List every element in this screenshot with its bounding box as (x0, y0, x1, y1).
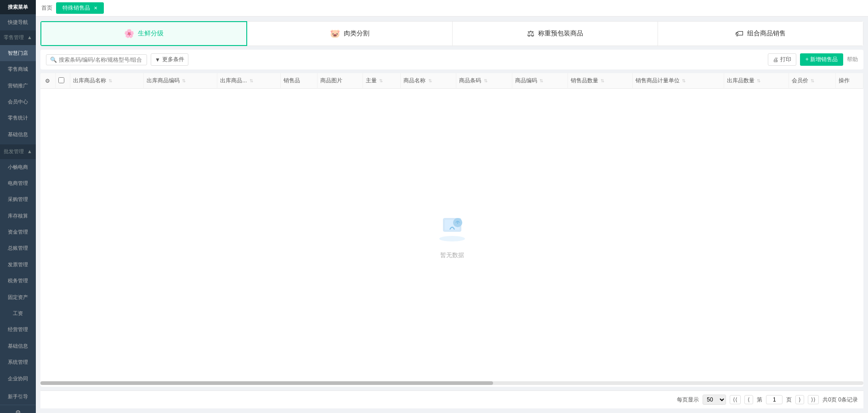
category-tabs: 🌸 生鲜分级 🐷 肉类分割 ⚖ 称重预包装商品 🏷 组合商品销售 (40, 21, 863, 46)
sort-icon: ⇅ (682, 78, 686, 83)
sort-icon: ⇅ (428, 78, 432, 83)
cat-tab-combo[interactable]: 🏷 组合商品销售 (658, 21, 863, 46)
page-label-before: 第 (757, 396, 762, 404)
sidebar-item-member[interactable]: 会员中心 (0, 94, 36, 110)
sort-icon: ⇅ (379, 78, 383, 83)
th-sale-qty[interactable]: 销售品数量 ⇅ (567, 73, 632, 89)
th-barcode[interactable]: 商品条码 ⇅ (456, 73, 512, 89)
toolbar-right: 🖨 打印 + 新增销售品 帮助 (768, 53, 858, 66)
next-page-button[interactable]: ⟩ (795, 395, 804, 404)
th-checkbox[interactable] (55, 73, 70, 89)
sidebar-item-wholesale[interactable]: 批发管理 ▲ (0, 144, 36, 159)
page-label-after: 页 (786, 396, 792, 404)
toolbar-left: 🔍 ▼ 更多条件 (46, 53, 188, 66)
toolbar: 🔍 ▼ 更多条件 🖨 打印 + 新增销售品 帮助 (40, 50, 863, 69)
sidebar-bottom: ⚙ (0, 405, 36, 413)
sidebar-item-smart-store[interactable]: 智慧门店 (0, 45, 36, 61)
sort-icon: ⇅ (182, 78, 186, 83)
sort-icon: ⇅ (484, 78, 488, 83)
cat-tab-fresh[interactable]: 🌸 生鲜分级 (40, 21, 247, 46)
home-link[interactable]: 首页 (41, 4, 52, 12)
sidebar-item-retail[interactable]: 零售管理 ▲ (0, 30, 36, 45)
sidebar: 搜索菜单 快捷导航 零售管理 ▲ 智慧门店 零售商城 营销推广 会员中心 零售统… (0, 0, 36, 413)
sidebar-item-salary[interactable]: 工资 (0, 305, 36, 321)
sort-icon: ⇅ (539, 78, 543, 83)
per-page-select[interactable]: 50 100 200 (703, 395, 726, 405)
th-out-product-name[interactable]: 出库商品名称 ⇅ (70, 73, 143, 89)
topbar: 首页 特殊销售品 ✕ (36, 0, 868, 17)
prev-page-button[interactable]: ⟨ (744, 395, 753, 404)
sidebar-item-inventory[interactable]: 库存核算 (0, 208, 36, 224)
add-button[interactable]: + 新增销售品 (800, 53, 843, 66)
sidebar-item-basic-info[interactable]: 基础信息 (0, 126, 36, 143)
last-page-button[interactable]: ⟩⟩ (808, 395, 819, 404)
search-input[interactable] (59, 57, 142, 63)
horizontal-scrollbar[interactable] (40, 381, 863, 385)
empty-icon (434, 209, 471, 246)
page-input[interactable]: 1 (766, 395, 783, 404)
th-out-qty[interactable]: 出库品数量 ⇅ (724, 73, 789, 89)
sort-icon: ⇅ (601, 78, 604, 83)
meat-icon: 🐷 (330, 29, 340, 39)
data-table: ⚙ 出库商品名称 ⇅ 出库商品编码 ⇅ 出库商品... ⇅ (40, 73, 863, 89)
filter-icon: ▼ (155, 57, 160, 63)
th-product-image[interactable]: 商品图片 (317, 73, 363, 89)
close-icon[interactable]: ✕ (94, 6, 97, 11)
sidebar-item-ecommerce-small[interactable]: 小畅电商 (0, 159, 36, 175)
th-member-price[interactable]: 会员价 ⇅ (789, 73, 835, 89)
print-icon: 🖨 (773, 57, 778, 63)
topbar-tab-special-sales[interactable]: 特殊销售品 ✕ (56, 2, 104, 14)
th-settings[interactable]: ⚙ (40, 73, 55, 89)
search-box[interactable]: 🔍 (46, 54, 147, 65)
gear-icon[interactable]: ⚙ (15, 409, 21, 413)
empty-text: 暂无数据 (440, 251, 464, 259)
sidebar-item-guide[interactable]: 新手引导 (0, 389, 36, 405)
cat-tab-weigh[interactable]: ⚖ 称重预包装商品 (453, 21, 658, 46)
sidebar-item-quicknav[interactable]: 快捷导航 (0, 14, 36, 30)
content-area: 🌸 生鲜分级 🐷 肉类分割 ⚖ 称重预包装商品 🏷 组合商品销售 🔍 (36, 17, 868, 413)
sidebar-item-finance[interactable]: 资金管理 (0, 224, 36, 240)
combo-icon: 🏷 (735, 29, 743, 39)
sidebar-item-tax[interactable]: 税务管理 (0, 273, 36, 289)
sidebar-item-basic-info2[interactable]: 基础信息 (0, 338, 36, 354)
main-area: 首页 特殊销售品 ✕ 🌸 生鲜分级 🐷 肉类分割 ⚖ 称重预包装商品 🏷 组合商… (36, 0, 868, 413)
total-label: 共0页 0条记录 (823, 396, 858, 404)
th-out-product-extra[interactable]: 出库商品... ⇅ (217, 73, 281, 89)
sidebar-item-collab[interactable]: 企业协同 (0, 371, 36, 387)
select-all-checkbox[interactable] (58, 77, 64, 83)
sidebar-logo[interactable]: 搜索菜单 (0, 0, 36, 14)
sort-icon: ⇅ (108, 78, 112, 83)
help-button[interactable]: 帮助 (847, 56, 858, 63)
sidebar-item-purchase[interactable]: 采购管理 (0, 191, 36, 207)
filter-button[interactable]: ▼ 更多条件 (151, 53, 188, 66)
sort-icon: ⇅ (757, 78, 760, 83)
th-out-product-code[interactable]: 出库商品编码 ⇅ (143, 73, 217, 89)
sort-icon: ⇅ (811, 78, 814, 83)
sidebar-item-retail-stats[interactable]: 零售统计 (0, 110, 36, 126)
table-container: ⚙ 出库商品名称 ⇅ 出库商品编码 ⇅ 出库商品... ⇅ (40, 73, 863, 387)
first-page-button[interactable]: ⟨⟨ (730, 395, 741, 404)
print-button[interactable]: 🖨 打印 (768, 53, 796, 66)
sidebar-item-invoice[interactable]: 发票管理 (0, 257, 36, 273)
sidebar-item-ecommerce-mgmt[interactable]: 电商管理 (0, 175, 36, 191)
th-unit[interactable]: 销售商品计量单位 ⇅ (632, 73, 724, 89)
cat-tab-meat[interactable]: 🐷 肉类分割 (247, 21, 453, 46)
sidebar-item-system[interactable]: 系统管理 (0, 354, 36, 370)
th-main-quantity[interactable]: 主量 ⇅ (363, 73, 401, 89)
weigh-icon: ⚖ (527, 29, 534, 39)
sidebar-item-operations[interactable]: 经营管理 (0, 321, 36, 338)
th-operations[interactable]: 操作 (835, 73, 863, 89)
scrollbar-thumb[interactable] (40, 381, 493, 385)
table-header-row: ⚙ 出库商品名称 ⇅ 出库商品编码 ⇅ 出库商品... ⇅ (40, 73, 863, 89)
th-product-code[interactable]: 商品编码 ⇅ (512, 73, 567, 89)
fresh-icon: 🌸 (124, 29, 134, 39)
empty-state: 暂无数据 (40, 89, 863, 379)
pagination: 每页显示 50 100 200 ⟨⟨ ⟨ 第 1 页 ⟩ ⟩⟩ 共0页 0条记录 (40, 390, 863, 408)
sidebar-item-fixed-assets[interactable]: 固定资产 (0, 289, 36, 305)
search-icon: 🔍 (50, 57, 57, 63)
th-product-name[interactable]: 商品名称 ⇅ (401, 73, 456, 89)
sidebar-item-ledger[interactable]: 总账管理 (0, 240, 36, 256)
th-sale-product[interactable]: 销售品 (280, 73, 317, 89)
sidebar-item-retail-mall[interactable]: 零售商城 (0, 61, 36, 77)
sidebar-item-marketing[interactable]: 营销推广 (0, 78, 36, 94)
